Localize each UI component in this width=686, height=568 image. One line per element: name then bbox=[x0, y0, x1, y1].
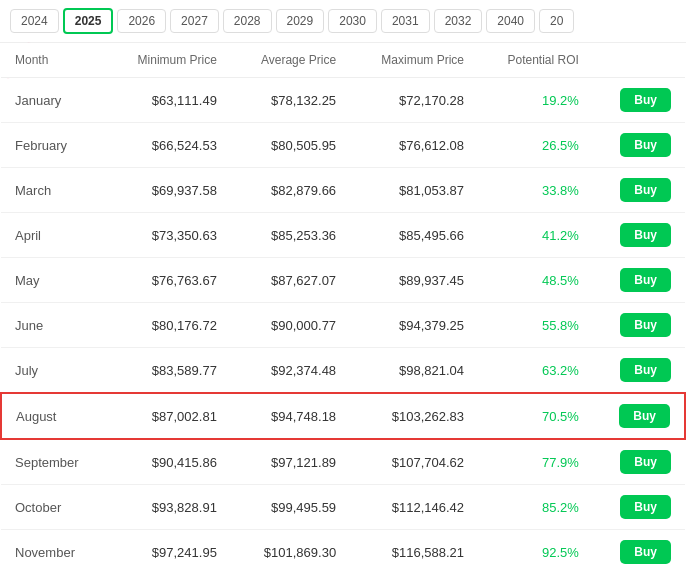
min-price-cell: $76,763.67 bbox=[107, 258, 231, 303]
buy-cell: Buy bbox=[593, 348, 685, 394]
table-wrapper: MonthMinimum PriceAverage PriceMaximum P… bbox=[0, 43, 686, 568]
buy-cell: Buy bbox=[593, 78, 685, 123]
roi-cell: 63.2% bbox=[478, 348, 593, 394]
roi-value: 63.2% bbox=[542, 363, 579, 378]
month-cell: June bbox=[1, 303, 107, 348]
min-price-cell: $69,937.58 bbox=[107, 168, 231, 213]
avg-price-cell: $94,748.18 bbox=[231, 393, 350, 439]
avg-price-cell: $90,000.77 bbox=[231, 303, 350, 348]
buy-button[interactable]: Buy bbox=[620, 178, 671, 202]
roi-cell: 92.5% bbox=[478, 530, 593, 569]
roi-cell: 48.5% bbox=[478, 258, 593, 303]
buy-cell: Buy bbox=[593, 530, 685, 569]
table-row: July$83,589.77$92,374.48$98,821.0463.2%B… bbox=[1, 348, 685, 394]
table-row: November$97,241.95$101,869.30$116,588.21… bbox=[1, 530, 685, 569]
roi-value: 77.9% bbox=[542, 455, 579, 470]
roi-value: 48.5% bbox=[542, 273, 579, 288]
max-price-cell: $72,170.28 bbox=[350, 78, 478, 123]
year-tab-2032[interactable]: 2032 bbox=[434, 9, 483, 33]
buy-cell: Buy bbox=[593, 213, 685, 258]
max-price-cell: $89,937.45 bbox=[350, 258, 478, 303]
year-tab-2026[interactable]: 2026 bbox=[117, 9, 166, 33]
month-cell: September bbox=[1, 439, 107, 485]
max-price-cell: $81,053.87 bbox=[350, 168, 478, 213]
buy-button[interactable]: Buy bbox=[620, 133, 671, 157]
roi-value: 26.5% bbox=[542, 138, 579, 153]
max-price-cell: $103,262.83 bbox=[350, 393, 478, 439]
table-row: January$63,111.49$78,132.25$72,170.2819.… bbox=[1, 78, 685, 123]
buy-cell: Buy bbox=[593, 168, 685, 213]
roi-cell: 41.2% bbox=[478, 213, 593, 258]
buy-button[interactable]: Buy bbox=[620, 268, 671, 292]
year-tab-2025[interactable]: 2025 bbox=[63, 8, 114, 34]
buy-cell: Buy bbox=[593, 439, 685, 485]
roi-cell: 33.8% bbox=[478, 168, 593, 213]
month-cell: April bbox=[1, 213, 107, 258]
table-row: February$66,524.53$80,505.95$76,612.0826… bbox=[1, 123, 685, 168]
column-header-month: Month bbox=[1, 43, 107, 78]
avg-price-cell: $99,495.59 bbox=[231, 485, 350, 530]
avg-price-cell: $85,253.36 bbox=[231, 213, 350, 258]
min-price-cell: $83,589.77 bbox=[107, 348, 231, 394]
year-tab-2024[interactable]: 2024 bbox=[10, 9, 59, 33]
month-cell: February bbox=[1, 123, 107, 168]
buy-button[interactable]: Buy bbox=[620, 540, 671, 564]
buy-cell: Buy bbox=[593, 258, 685, 303]
buy-button[interactable]: Buy bbox=[620, 313, 671, 337]
year-tab-2029[interactable]: 2029 bbox=[276, 9, 325, 33]
column-header-average-price: Average Price bbox=[231, 43, 350, 78]
table-row: June$80,176.72$90,000.77$94,379.2555.8%B… bbox=[1, 303, 685, 348]
year-tab-20[interactable]: 20 bbox=[539, 9, 574, 33]
year-tabs: 2024202520262027202820292030203120322040… bbox=[0, 0, 686, 43]
roi-cell: 55.8% bbox=[478, 303, 593, 348]
buy-button[interactable]: Buy bbox=[620, 450, 671, 474]
column-header-maximum-price: Maximum Price bbox=[350, 43, 478, 78]
table-row: April$73,350.63$85,253.36$85,495.6641.2%… bbox=[1, 213, 685, 258]
roi-value: 41.2% bbox=[542, 228, 579, 243]
buy-cell: Buy bbox=[593, 123, 685, 168]
roi-value: 33.8% bbox=[542, 183, 579, 198]
roi-value: 70.5% bbox=[542, 409, 579, 424]
year-tab-2027[interactable]: 2027 bbox=[170, 9, 219, 33]
main-container: 2024202520262027202820292030203120322040… bbox=[0, 0, 686, 568]
avg-price-cell: $87,627.07 bbox=[231, 258, 350, 303]
month-cell: July bbox=[1, 348, 107, 394]
roi-value: 19.2% bbox=[542, 93, 579, 108]
avg-price-cell: $82,879.66 bbox=[231, 168, 350, 213]
roi-cell: 26.5% bbox=[478, 123, 593, 168]
max-price-cell: $116,588.21 bbox=[350, 530, 478, 569]
min-price-cell: $73,350.63 bbox=[107, 213, 231, 258]
month-cell: August bbox=[1, 393, 107, 439]
column-header-action bbox=[593, 43, 685, 78]
year-tab-2030[interactable]: 2030 bbox=[328, 9, 377, 33]
month-cell: November bbox=[1, 530, 107, 569]
buy-button[interactable]: Buy bbox=[620, 223, 671, 247]
column-header-potential-roi: Potential ROI bbox=[478, 43, 593, 78]
column-header-minimum-price: Minimum Price bbox=[107, 43, 231, 78]
month-cell: May bbox=[1, 258, 107, 303]
year-tab-2040[interactable]: 2040 bbox=[486, 9, 535, 33]
buy-button[interactable]: Buy bbox=[620, 495, 671, 519]
year-tab-2028[interactable]: 2028 bbox=[223, 9, 272, 33]
buy-button[interactable]: Buy bbox=[620, 88, 671, 112]
avg-price-cell: $78,132.25 bbox=[231, 78, 350, 123]
table-row: October$93,828.91$99,495.59$112,146.4285… bbox=[1, 485, 685, 530]
year-tab-2031[interactable]: 2031 bbox=[381, 9, 430, 33]
min-price-cell: $80,176.72 bbox=[107, 303, 231, 348]
buy-button[interactable]: Buy bbox=[620, 358, 671, 382]
avg-price-cell: $92,374.48 bbox=[231, 348, 350, 394]
table-row: September$90,415.86$97,121.89$107,704.62… bbox=[1, 439, 685, 485]
min-price-cell: $90,415.86 bbox=[107, 439, 231, 485]
max-price-cell: $94,379.25 bbox=[350, 303, 478, 348]
price-table: MonthMinimum PriceAverage PriceMaximum P… bbox=[0, 43, 686, 568]
month-cell: January bbox=[1, 78, 107, 123]
roi-value: 85.2% bbox=[542, 500, 579, 515]
buy-cell: Buy bbox=[593, 393, 685, 439]
min-price-cell: $66,524.53 bbox=[107, 123, 231, 168]
roi-cell: 70.5% bbox=[478, 393, 593, 439]
month-cell: March bbox=[1, 168, 107, 213]
roi-value: 92.5% bbox=[542, 545, 579, 560]
buy-cell: Buy bbox=[593, 303, 685, 348]
max-price-cell: $85,495.66 bbox=[350, 213, 478, 258]
buy-button[interactable]: Buy bbox=[619, 404, 670, 428]
